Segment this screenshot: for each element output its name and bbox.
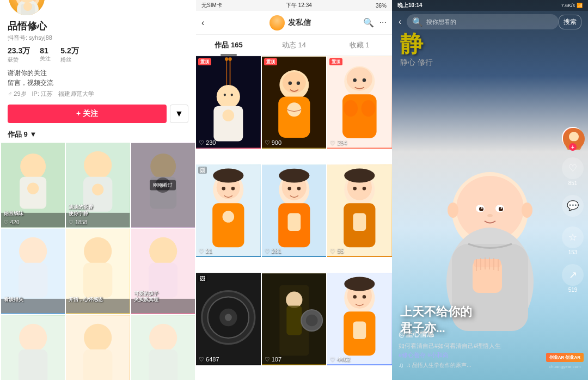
action-avatar-item[interactable]: +	[562, 127, 584, 149]
work-likes-2: ♡ 1858	[69, 219, 87, 225]
svg-point-121	[487, 214, 493, 217]
tab-collection[interactable]: 收藏 1	[327, 35, 392, 56]
work-item-5[interactable]: 开悟，心怀感恩	[66, 229, 130, 314]
tab-dynamic-label: 动态 14	[282, 40, 306, 50]
likes-count: 23.3万	[8, 46, 30, 56]
follow-plus-icon: +	[569, 143, 577, 151]
gallery-svg-3	[327, 56, 392, 149]
search-icon-2[interactable]: 🔍	[363, 17, 374, 28]
gallery-item-3[interactable]: 置顶 ♡ 294	[327, 56, 392, 149]
avatar-svg	[9, 0, 45, 15]
work-item-4[interactable]: 看淡得失	[1, 229, 65, 314]
meta-ip: IP: 江苏	[32, 90, 53, 98]
desc-line1: 谢谢你的关注	[8, 68, 188, 78]
brand-badge: 创业AR 创业AR	[546, 353, 584, 362]
gallery-item-6[interactable]: ♡ 55	[327, 164, 392, 257]
gallery-svg-4	[196, 164, 261, 257]
action-star-item[interactable]: ☆ 153	[562, 226, 584, 255]
back-button-2[interactable]: ‹	[201, 18, 218, 28]
p3-time: 晚上10:14	[397, 2, 422, 9]
svg-point-6	[23, 2, 32, 11]
like-count: 851	[568, 180, 578, 186]
comment-button[interactable]: 💬	[562, 195, 584, 217]
svg-point-10	[27, 182, 39, 194]
work-item-6[interactable]: 可爱的孩子夹实践真理	[131, 229, 195, 314]
star-button[interactable]: ☆	[562, 226, 584, 248]
gallery-svg-6	[327, 164, 392, 257]
tab-dynamic[interactable]: 动态 14	[261, 35, 327, 56]
search-button-3[interactable]: 搜索	[559, 15, 581, 29]
more-icon-2[interactable]: ···	[379, 17, 387, 28]
work-label-6: 可爱的孩子夹实践真理	[134, 291, 192, 303]
share-button[interactable]: ↗	[562, 264, 584, 286]
svg-point-22	[19, 237, 47, 265]
gallery-item-9[interactable]: ♡ 4462	[327, 273, 392, 365]
send-message-button[interactable]: 发私信	[288, 18, 311, 28]
panel2-nav-right: 🔍 ···	[363, 17, 387, 28]
svg-point-38	[84, 324, 112, 352]
creator-avatar: +	[562, 127, 584, 149]
gallery-likes-1: ♡ 230	[199, 139, 216, 146]
wifi-icon-3: 📶	[577, 3, 583, 8]
music-text: ♫ 品悟人生学创作的原声...	[407, 361, 471, 369]
gallery-item-4[interactable]: 🖼 ♡ 21	[196, 164, 261, 257]
svg-point-30	[149, 237, 177, 265]
svg-rect-85	[287, 213, 301, 231]
svg-rect-76	[212, 203, 244, 247]
stat-followers: 5.2万 粉丝	[60, 46, 78, 64]
svg-point-59	[296, 81, 299, 84]
work-item-8[interactable]: 开悟	[66, 315, 130, 380]
tab-works[interactable]: 作品 165	[196, 35, 261, 56]
work-label-4: 看淡得失	[4, 297, 62, 303]
action-share-item[interactable]: ↗ 519	[562, 264, 584, 293]
follow-button[interactable]: + 关注	[8, 105, 167, 123]
svg-point-75	[231, 187, 235, 190]
gallery-grid: 置顶 ♡ 230 置顶 ♡ 900	[196, 56, 392, 380]
profile-desc: 谢谢你的关注 留言，视频交流	[0, 68, 196, 88]
video-main-text2: 君子亦...	[400, 320, 555, 336]
gallery-item-2[interactable]: 置顶 ♡ 900	[262, 56, 327, 149]
work-item-1[interactable]: ♡ 420 始且钱味	[1, 143, 65, 228]
svg-point-58	[288, 81, 291, 84]
follow-dropdown-button[interactable]: ▼	[170, 105, 188, 123]
svg-point-61	[287, 102, 301, 117]
svg-point-119	[481, 207, 483, 209]
work-item-3[interactable]: ▶ 刚刚看过	[131, 143, 195, 228]
work-item-7[interactable]: 看淡得失	[1, 315, 65, 380]
profile-meta: ♂ 29岁 IP: 江苏 福建师范大学	[0, 88, 196, 100]
p2-battery: 36%	[376, 3, 387, 9]
gallery-item-1[interactable]: 置顶 ♡ 230	[196, 56, 261, 149]
works-grid: ♡ 420 始且钱味 ♡ 1858 淡淡的茶香使你宁静	[0, 143, 196, 380]
tab-works-label: 作品 165	[215, 40, 242, 50]
svg-point-54	[223, 109, 235, 121]
svg-point-34	[19, 324, 47, 352]
followers-label: 粉丝	[60, 56, 71, 64]
gallery-likes-4: ♡ 21	[199, 248, 212, 255]
tab-collection-label: 收藏 1	[350, 40, 370, 50]
search-bar-3[interactable]: 🔍 搜你想看的	[407, 14, 559, 29]
svg-point-74	[222, 187, 225, 190]
work-item-2[interactable]: ♡ 1858 淡淡的茶香使你宁静	[66, 143, 130, 228]
work-thumb-2: ♡ 1858 淡淡的茶香使你宁静	[66, 143, 130, 228]
action-like-item[interactable]: ♡ 851	[562, 157, 584, 186]
work-item-9[interactable]: 修心	[131, 315, 195, 380]
gallery-item-5[interactable]: ♡ 261	[262, 164, 327, 257]
gallery-item-7[interactable]: 🖼 ♡ 6487	[196, 273, 261, 365]
profile-mini-avatar	[270, 15, 285, 30]
gallery-likes-3: ♡ 294	[330, 139, 347, 146]
p3-icons: 7.6K/s 📶	[561, 3, 583, 8]
stat-following: 81 关注	[40, 46, 51, 64]
followers-count: 5.2万	[60, 46, 78, 56]
music-ticker: ♫ ♫ 品悟人生学创作的原声...	[399, 361, 555, 369]
back-button-3[interactable]: ‹	[399, 17, 401, 27]
gallery-item-8[interactable]: ♡ 107	[262, 273, 327, 365]
work-thumb-8: 开悟	[66, 315, 130, 380]
avatar-monk-image	[9, 0, 45, 15]
svg-point-120	[501, 207, 503, 209]
profile-stats: 23.3万 获赞 81 关注 5.2万 粉丝	[0, 42, 196, 68]
stat-likes: 23.3万 获赞	[8, 46, 30, 64]
follow-btn-area: + 关注 ▼	[0, 100, 196, 127]
like-button[interactable]: ♡	[562, 157, 584, 179]
video-main-area[interactable]: 上天不给你的 君子亦...	[392, 11, 588, 380]
action-comment-item[interactable]: 💬	[562, 195, 584, 218]
